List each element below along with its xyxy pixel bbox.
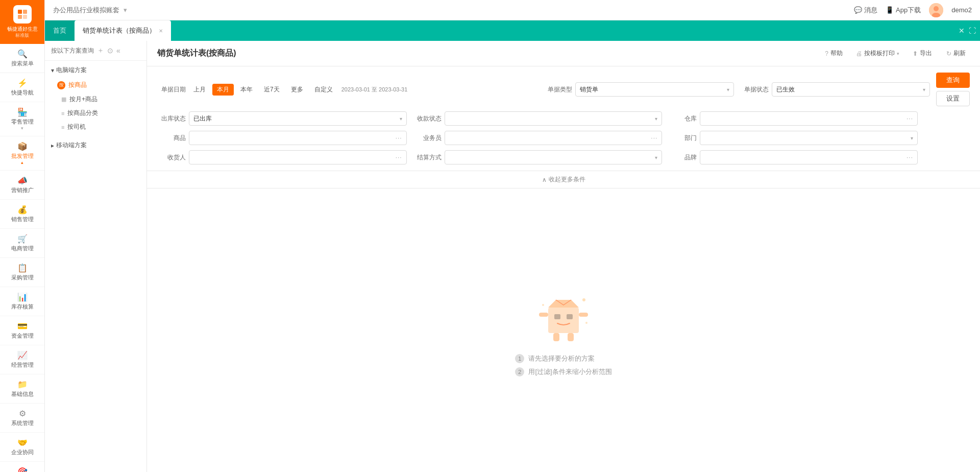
sidebar-search[interactable]: 🔍 搜索菜单 (0, 44, 44, 73)
product-dots[interactable]: ··· (396, 134, 402, 141)
salesperson-select[interactable]: ··· (445, 131, 663, 145)
sidebar-item-wholesale[interactable]: 📦 批发管理 ▴ (0, 136, 44, 171)
scheme-group-mobile-title[interactable]: ▸ 移动端方案 (45, 138, 146, 153)
outbound-status-select[interactable]: 已出库 ▾ (189, 111, 407, 126)
main-area: 办公用品行业模拟账套 ▾ 💬 消息 📱 App下载 demo2 (45, 0, 980, 472)
brand-dots[interactable]: ··· (906, 154, 913, 161)
template-print-btn[interactable]: 🖨 按模板打印 ▾ (853, 47, 902, 60)
sidebar-item-ecommerce[interactable]: 🛒 电商管理 (0, 229, 44, 258)
app-download-btn[interactable]: 📱 App下载 (886, 6, 921, 15)
scheme-driver-icon: ≡ (61, 124, 64, 130)
doc-type-value: 销货单 (580, 85, 598, 94)
sidebar: 畅捷通好生意 标准版 🔍 搜索菜单 ⚡ 快捷导航 🏪 零售管理 ▾ 📦 批发管理… (0, 0, 45, 472)
brand-select[interactable]: ··· (700, 150, 918, 164)
sidebar-item-operations[interactable]: 📈 经营管理 (0, 345, 44, 374)
app-sub-label: 标准版 (15, 32, 29, 39)
tip-num-2: 2 (515, 367, 524, 376)
filter-item-doc-status: 单据状态 已生效 ▾ (740, 82, 930, 97)
date-btn-last-month[interactable]: 上月 (189, 84, 210, 96)
sidebar-item-marketing[interactable]: 📣 营销推广 (0, 171, 44, 200)
payment-status-select[interactable]: ▾ (445, 111, 663, 126)
tab-home[interactable]: 首页 (45, 20, 75, 41)
doc-status-select[interactable]: 已生效 ▾ (772, 82, 930, 97)
brand-label: 品牌 (668, 153, 697, 162)
doc-status-arrow: ▾ (923, 87, 925, 92)
scheme-item-by-product[interactable]: 按 按商品 (45, 78, 146, 92)
recipient-select[interactable]: ··· (189, 150, 407, 164)
sidebar-item-inventory[interactable]: 📊 库存核算 (0, 287, 44, 316)
svg-rect-13 (568, 333, 574, 341)
date-btn-this-year[interactable]: 本年 (236, 84, 257, 96)
svg-rect-1 (23, 10, 27, 14)
user-avatar[interactable] (929, 3, 943, 17)
tab-sales-stats[interactable]: 销货单统计表（按商品） ✕ (75, 20, 171, 41)
tab-expand-btn[interactable]: ⛶ (969, 27, 976, 35)
page-header: 销货单统计表(按商品) ? 帮助 🖨 按模板打印 ▾ ⬆ (147, 41, 980, 66)
recipient-dots[interactable]: ··· (396, 154, 402, 161)
svg-rect-8 (554, 314, 560, 319)
department-label: 部门 (668, 134, 697, 143)
tip-item-1: 1 请先选择要分析的方案 (515, 354, 611, 363)
doc-type-select[interactable]: 销货单 ▾ (575, 82, 734, 97)
filter-row-4: 收货人 ··· 结算方式 ▾ 品牌 (157, 150, 970, 164)
sidebar-item-basic[interactable]: 📁 基础信息 (0, 374, 44, 404)
sidebar-item-enterprise[interactable]: 🤝 企业协同 (0, 433, 44, 462)
tab-close-icon[interactable]: ✕ (159, 28, 163, 34)
empty-illustration (533, 285, 594, 346)
settlement-select[interactable]: ▾ (445, 150, 663, 164)
outbound-status-arrow: ▾ (400, 116, 402, 122)
refresh-btn[interactable]: ↻ 刷新 (942, 47, 970, 60)
filter-panel-title: 按以下方案查询 (51, 46, 94, 55)
page-title: 销货单统计表(按商品) (157, 48, 236, 59)
date-btn-this-month[interactable]: 本月 (212, 84, 234, 96)
product-select[interactable]: ··· (189, 131, 407, 145)
department-select[interactable]: ▾ (700, 131, 918, 145)
warehouse-select[interactable]: ··· (700, 111, 918, 126)
help-btn[interactable]: ? 帮助 (821, 47, 847, 60)
finance-icon: 💳 (17, 321, 28, 331)
user-name[interactable]: demo2 (951, 6, 972, 14)
sidebar-item-quick-nav[interactable]: ⚡ 快捷导航 (0, 73, 44, 102)
date-btn-7days[interactable]: 近7天 (259, 84, 284, 96)
product-label: 商品 (157, 134, 186, 143)
scheme-item-driver[interactable]: ≡ 按司机 (45, 120, 146, 134)
filter-row-3: 商品 ··· 业务员 ··· 部门 (157, 131, 970, 145)
filter-settings-btn[interactable]: ⊙ (107, 46, 113, 55)
tab-close-all-btn[interactable]: ✕ (959, 27, 965, 35)
warehouse-dots[interactable]: ··· (906, 115, 913, 122)
salesperson-dots[interactable]: ··· (651, 134, 657, 141)
sidebar-item-retail[interactable]: 🏪 零售管理 ▾ (0, 102, 44, 136)
scheme-group-pc-title[interactable]: ▾ 电脑端方案 (45, 63, 146, 78)
collapse-more-conditions[interactable]: ∧ 收起更多条件 (147, 171, 980, 188)
filter-item-product: 商品 ··· (157, 131, 407, 145)
help-icon: ? (825, 50, 828, 57)
filter-collapse-btn[interactable]: « (116, 46, 120, 55)
settings-button[interactable]: 设置 (936, 91, 970, 106)
tab-home-label: 首页 (53, 26, 66, 35)
scheme-category-icon: ≡ (61, 110, 64, 116)
scheme-group-mobile: ▸ 移动端方案 (45, 136, 146, 155)
sidebar-item-system[interactable]: ⚙ 系统管理 (0, 404, 44, 433)
date-btn-custom[interactable]: 自定义 (310, 84, 337, 96)
export-btn[interactable]: ⬆ 导出 (909, 47, 936, 60)
date-btn-more[interactable]: 更多 (286, 84, 308, 96)
sidebar-item-purchase[interactable]: 📋 采购管理 (0, 258, 44, 287)
header-dropdown-arrow[interactable]: ▾ (124, 6, 127, 14)
sidebar-item-sales[interactable]: 💰 销售管理 (0, 200, 44, 229)
scheme-month-label: 按月+商品 (69, 95, 97, 104)
header-right: 💬 消息 📱 App下载 demo2 (854, 3, 972, 17)
date-filter: 上月 本月 本年 近7天 更多 自定义 2023-03-01 至 2023-03… (189, 84, 407, 96)
app-suite-name: 办公用品行业模拟账套 (53, 6, 119, 15)
app-logo[interactable]: 畅捷通好生意 标准版 (0, 0, 45, 44)
marketing-icon: 📣 (17, 176, 28, 185)
query-button[interactable]: 查询 (936, 73, 970, 88)
scheme-item-month-product[interactable]: ▦ 按月+商品 (45, 92, 146, 106)
ecommerce-icon: 🛒 (17, 234, 28, 244)
sidebar-item-newbie[interactable]: 🎯 新手引导 (0, 462, 44, 472)
scheme-item-product-category[interactable]: ≡ 按商品分类 (45, 106, 146, 120)
message-btn[interactable]: 💬 消息 (854, 6, 877, 15)
filter-add-btn[interactable]: ＋ (97, 46, 104, 55)
sidebar-item-finance[interactable]: 💳 资金管理 (0, 316, 44, 345)
doc-status-label: 单据状态 (740, 85, 769, 94)
enterprise-label: 企业协同 (11, 449, 34, 456)
